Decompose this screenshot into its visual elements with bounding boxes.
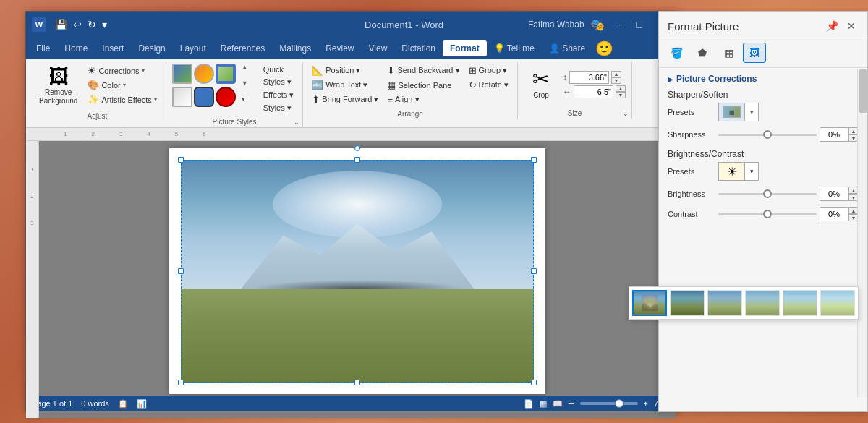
height-row: ↕ ▲ ▼: [563, 71, 626, 84]
section-header-corrections[interactable]: ▶ Picture Corrections: [668, 74, 859, 84]
menu-tell-me[interactable]: 💡 Tell me: [487, 40, 542, 56]
menu-mailings[interactable]: Mailings: [272, 40, 318, 56]
page-view-icon[interactable]: 📄: [524, 399, 534, 409]
menu-review[interactable]: Review: [318, 40, 361, 56]
tab-fill[interactable]: 🪣: [665, 43, 688, 63]
print-layout-icon[interactable]: ▦: [540, 399, 547, 409]
panel-pin-button[interactable]: 📌: [823, 19, 841, 33]
selected-image[interactable]: [180, 159, 535, 383]
quick-styles-dropdown[interactable]: Styles ▾: [260, 76, 297, 88]
brightness-preset-icon[interactable]: ☀: [719, 163, 745, 180]
height-input[interactable]: [569, 71, 609, 84]
maximize-button[interactable]: □: [632, 18, 647, 31]
menu-view[interactable]: View: [362, 40, 395, 56]
handle-br[interactable]: [531, 380, 537, 385]
proofing-icon[interactable]: 📋: [118, 399, 128, 409]
read-mode-icon[interactable]: 📖: [553, 399, 563, 409]
wrap-text-button[interactable]: 🔤 Wrap Text ▾: [309, 78, 381, 92]
handle-tc[interactable]: [354, 157, 360, 163]
brightness-thumb[interactable]: [763, 189, 772, 198]
bring-forward-button[interactable]: ⬆ Bring Forward ▾: [309, 93, 381, 106]
style-swatch-6[interactable]: [216, 87, 236, 107]
preset-btn-icon[interactable]: ▦: [719, 103, 745, 121]
brightness-preset-arrow[interactable]: ▾: [745, 163, 758, 180]
preset-thumb-5[interactable]: [783, 290, 817, 316]
style-swatch-2[interactable]: [194, 64, 214, 84]
width-down[interactable]: ▼: [616, 92, 626, 98]
tab-effects[interactable]: ⬟: [691, 43, 714, 63]
align-button[interactable]: ≡ Align ▾: [384, 93, 462, 106]
redo-button[interactable]: ↻: [86, 17, 98, 32]
width-up[interactable]: ▲: [616, 85, 626, 92]
style-swatch-1[interactable]: [172, 64, 192, 84]
preset-thumb-1[interactable]: 🌄: [632, 290, 667, 316]
height-up[interactable]: ▲: [611, 71, 621, 77]
corrections-button[interactable]: ☀ Corrections ▾: [85, 64, 159, 77]
size-group-expand[interactable]: ⌄: [623, 110, 629, 117]
zoom-slider[interactable]: [580, 402, 638, 405]
menu-layout[interactable]: Layout: [173, 40, 213, 56]
menu-format[interactable]: Format: [443, 40, 487, 56]
group-button[interactable]: ⊞ Group ▾: [466, 64, 511, 77]
crop-button[interactable]: ✂ Crop: [524, 67, 558, 103]
scrollbar-thumb[interactable]: [859, 69, 867, 113]
remove-background-button[interactable]: 🖼 RemoveBackground: [35, 64, 82, 108]
sharpen-preset-dropdown[interactable]: ▦ ▾: [718, 103, 759, 121]
tab-picture[interactable]: 🖼: [743, 43, 766, 63]
macro-icon[interactable]: 📊: [137, 399, 147, 409]
preset-thumb-6[interactable]: [820, 290, 855, 316]
contrast-slider[interactable]: [718, 213, 817, 215]
send-backward-button[interactable]: ⬇ Send Backward ▾: [384, 64, 462, 77]
picture-styles-expand[interactable]: ⌄: [294, 119, 299, 126]
tab-layout[interactable]: ▦: [717, 43, 740, 63]
quick-styles-button[interactable]: Quick: [260, 64, 297, 75]
handle-tr[interactable]: [531, 157, 537, 163]
menu-dictation[interactable]: Dictation: [394, 40, 443, 56]
panel-close-button[interactable]: ✕: [844, 19, 859, 33]
undo-button[interactable]: ↩: [72, 17, 83, 32]
artistic-effects-button[interactable]: ✨ Artistic Effects ▾: [85, 93, 159, 106]
brightness-slider[interactable]: [718, 193, 817, 195]
panel-scrollbar[interactable]: [857, 69, 867, 397]
preset-thumb-3[interactable]: [707, 290, 742, 316]
styles-expand-arrow[interactable]: ▾: [242, 95, 248, 103]
style-swatch-3[interactable]: [216, 64, 236, 84]
zoom-out-icon[interactable]: ─: [569, 399, 574, 408]
menu-file[interactable]: File: [29, 40, 57, 56]
sharpness-thumb[interactable]: [763, 130, 772, 139]
minimize-button[interactable]: ─: [610, 18, 626, 31]
picture-effects-button[interactable]: Effects ▾: [260, 89, 297, 101]
sharpness-slider[interactable]: [718, 134, 817, 136]
selection-pane-button[interactable]: ▦ Selection Pane: [384, 78, 462, 92]
width-input[interactable]: [574, 85, 613, 98]
preset-thumb-4[interactable]: [745, 290, 780, 316]
customize-qat-button[interactable]: ▾: [101, 17, 109, 32]
picture-layout-button[interactable]: Styles ▾: [260, 102, 297, 114]
handle-bc[interactable]: [354, 380, 360, 385]
preset-thumb-2[interactable]: [670, 290, 705, 316]
contrast-thumb[interactable]: [763, 210, 772, 218]
styles-up-arrow[interactable]: ▲: [242, 64, 248, 71]
zoom-in-icon[interactable]: +: [644, 399, 648, 408]
handle-tl[interactable]: [178, 157, 184, 163]
styles-down-arrow[interactable]: ▼: [242, 80, 248, 87]
brightness-preset-dropdown[interactable]: ☀ ▾: [718, 162, 759, 181]
menu-design[interactable]: Design: [131, 40, 172, 56]
handle-ml[interactable]: [178, 268, 184, 274]
height-down[interactable]: ▼: [611, 77, 621, 84]
style-swatch-5[interactable]: [194, 87, 214, 107]
rotate-button[interactable]: ↻ Rotate ▾: [466, 78, 511, 92]
menu-references[interactable]: References: [213, 40, 272, 56]
menu-insert[interactable]: Insert: [95, 40, 131, 56]
color-button[interactable]: 🎨 Color ▾: [85, 78, 159, 92]
position-button[interactable]: 📐 Position ▾: [309, 64, 381, 77]
rotation-handle[interactable]: [354, 145, 360, 151]
preset-dropdown-arrow[interactable]: ▾: [745, 103, 758, 121]
handle-mr[interactable]: [531, 268, 537, 274]
handle-bl[interactable]: [178, 380, 184, 385]
save-button[interactable]: 💾: [54, 17, 69, 32]
menu-share[interactable]: 👤 Share: [542, 40, 592, 56]
style-swatch-4[interactable]: [172, 87, 192, 107]
menu-home[interactable]: Home: [57, 40, 95, 56]
zoom-thumb[interactable]: [615, 399, 624, 408]
